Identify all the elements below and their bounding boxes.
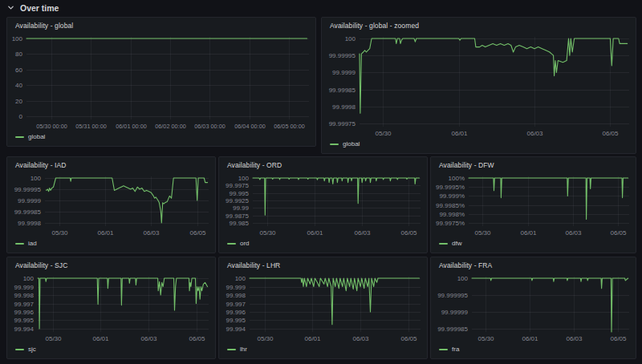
time-series-chart[interactable]: 10099.99999.99899.99799.99699.99599.9940…: [9, 273, 213, 343]
y-axis-tick-label: 60: [15, 67, 22, 74]
legend: ord: [219, 237, 427, 253]
time-series-chart[interactable]: 10099.99999.99899.99799.99699.99599.9940…: [221, 273, 425, 343]
y-axis-tick-label: 99.999: [14, 284, 35, 291]
x-axis-tick-label: 06/05: [400, 335, 417, 342]
panel-title[interactable]: Availability - global - zoomed: [322, 18, 636, 33]
y-axis-tick-label: 0: [19, 113, 23, 120]
panel-availability-global-zoomed: Availability - global - zoomed 10099.999…: [321, 17, 636, 154]
panel-title[interactable]: Availability - SJC: [7, 257, 215, 273]
legend-label[interactable]: global: [343, 141, 360, 148]
panel-title[interactable]: Availability - LHR: [219, 257, 427, 273]
y-axis-tick-label: 99.99: [233, 204, 250, 212]
chart-canvas: 10099.99999599.9999999.99998505/3006/010…: [433, 273, 634, 343]
y-axis-tick-label: 99.994: [14, 326, 35, 333]
legend: global: [7, 131, 315, 146]
y-axis-tick-label: 100: [345, 35, 356, 42]
legend-label[interactable]: fra: [452, 346, 459, 353]
x-axis-tick-label: 06/01: [97, 229, 114, 237]
y-axis-tick-label: 99.9999: [18, 197, 41, 204]
panel-availability-iad: Availability - IAD 10099.9999599.999999.…: [6, 156, 216, 253]
panel-availability-sjc: Availability - SJC 10099.99999.99899.997…: [6, 257, 216, 359]
y-axis-tick-label: 99.985: [230, 220, 250, 227]
x-axis-tick-label: 06/01: [304, 335, 321, 342]
x-axis-tick-label: 06/05: [189, 335, 205, 342]
y-axis-tick-label: 99.998%: [439, 211, 465, 218]
panel-title[interactable]: Availability - FRA: [431, 257, 636, 273]
chart-canvas: 10080604020005/30 00:0005/31 00:0006/01 …: [9, 33, 314, 131]
legend: sjc: [7, 343, 215, 358]
legend: global: [322, 138, 636, 153]
y-axis-tick-label: 100: [235, 275, 246, 282]
y-axis-tick-label: 99.9998: [332, 103, 356, 111]
y-axis-tick-label: 100: [30, 175, 42, 182]
y-axis-tick-label: 99.999%: [439, 192, 465, 200]
series-color-dash: [439, 349, 448, 350]
y-axis-tick-label: 99.997: [14, 301, 35, 308]
legend: dfw: [431, 237, 636, 253]
legend-label[interactable]: iad: [28, 241, 37, 247]
series-color-dash: [227, 349, 236, 350]
row-header-over-time[interactable]: Over time: [0, 0, 642, 15]
time-series-chart[interactable]: 10099.99999599.9999999.99998505/3006/010…: [433, 273, 634, 343]
time-series-chart[interactable]: 10099.997599.99599.992599.9999.987599.98…: [221, 172, 425, 237]
series-color-dash: [15, 243, 24, 245]
chart-canvas: 10099.9999599.999999.9998599.999805/3006…: [9, 172, 213, 237]
time-series-chart[interactable]: 10099.9999599.999999.9998599.999805/3006…: [9, 172, 213, 237]
legend-label[interactable]: ord: [240, 241, 250, 247]
x-axis-tick-label: 06/03: [354, 229, 371, 237]
y-axis-tick-label: 99.99985: [329, 87, 356, 94]
x-axis-tick-label: 06/05: [400, 229, 417, 237]
legend-label[interactable]: dfw: [452, 241, 461, 247]
panel-title[interactable]: Availability - ORD: [219, 157, 427, 172]
y-axis-tick-label: 99.999995: [437, 292, 468, 299]
x-axis-tick-label: 06/03: [565, 229, 582, 237]
chart-canvas: 10099.997599.99599.992599.9999.987599.98…: [221, 172, 425, 237]
x-axis-tick-label: 06/05: [610, 229, 627, 237]
chart-canvas: 10099.9999599.999999.9998599.999899.9997…: [323, 33, 634, 138]
x-axis-tick-label: 06/02 00:00: [155, 123, 186, 130]
legend-label[interactable]: global: [28, 134, 45, 140]
series-color-dash: [330, 144, 339, 145]
x-axis-tick-label: 05/30: [375, 130, 392, 137]
panel-availability-lhr: Availability - LHR 10099.99999.99899.997…: [218, 257, 428, 359]
panel-title[interactable]: Availability - IAD: [7, 157, 215, 172]
panel-title[interactable]: Availability - DFW: [431, 157, 636, 172]
y-axis-tick-label: 99.99975: [329, 120, 356, 127]
chart-canvas: 10099.99999.99899.99799.99699.99599.9940…: [9, 273, 213, 343]
row-title: Over time: [20, 3, 59, 13]
x-axis-tick-label: 06/05: [602, 130, 619, 137]
time-series-chart[interactable]: 100%99.9995%99.999%99.9985%99.998%99.997…: [433, 172, 634, 237]
x-axis-tick-label: 06/03: [566, 335, 583, 342]
series-line: [360, 38, 628, 113]
y-axis-tick-label: 80: [15, 51, 22, 58]
series-line: [253, 178, 420, 215]
y-axis-tick-label: 99.995: [226, 317, 246, 324]
x-axis-tick-label: 06/01: [522, 335, 538, 342]
time-series-chart[interactable]: 10099.9999599.999999.9998599.999899.9997…: [323, 33, 634, 138]
panel-title[interactable]: Availability - global: [7, 18, 315, 33]
x-axis-tick-label: 05/30: [257, 335, 274, 342]
time-series-chart[interactable]: 10080604020005/30 00:0005/31 00:0006/01 …: [9, 33, 314, 131]
x-axis-tick-label: 05/30 00:00: [36, 123, 67, 130]
x-axis-tick-label: 06/03: [526, 130, 543, 137]
x-axis-tick-label: 05/30: [474, 229, 491, 237]
y-axis-tick-label: 99.996: [226, 309, 246, 316]
y-axis-tick-label: 99.99995: [14, 186, 42, 193]
y-axis-tick-label: 99.999: [226, 284, 246, 291]
legend: fra: [431, 343, 636, 358]
legend-label[interactable]: sjc: [28, 346, 36, 353]
x-axis-tick-label: 06/01 00:00: [116, 123, 147, 130]
x-axis-tick-label: 06/01: [451, 130, 468, 137]
series-color-dash: [227, 243, 236, 245]
chevron-down-icon: [7, 4, 14, 11]
y-axis-tick-label: 40: [15, 82, 22, 89]
panel-availability-global: Availability - global 10080604020005/30 …: [6, 17, 316, 147]
series-line: [38, 278, 208, 329]
legend-label[interactable]: lhr: [240, 346, 247, 353]
chart-canvas: 100%99.9995%99.999%99.9985%99.998%99.997…: [433, 172, 634, 237]
y-axis-tick-label: 99.9925: [226, 197, 249, 204]
x-axis-tick-label: 06/03 00:00: [194, 123, 226, 130]
y-axis-tick-label: 99.9975%: [436, 220, 465, 227]
series-color-dash: [15, 349, 24, 350]
y-axis-tick-label: 100: [12, 35, 23, 42]
